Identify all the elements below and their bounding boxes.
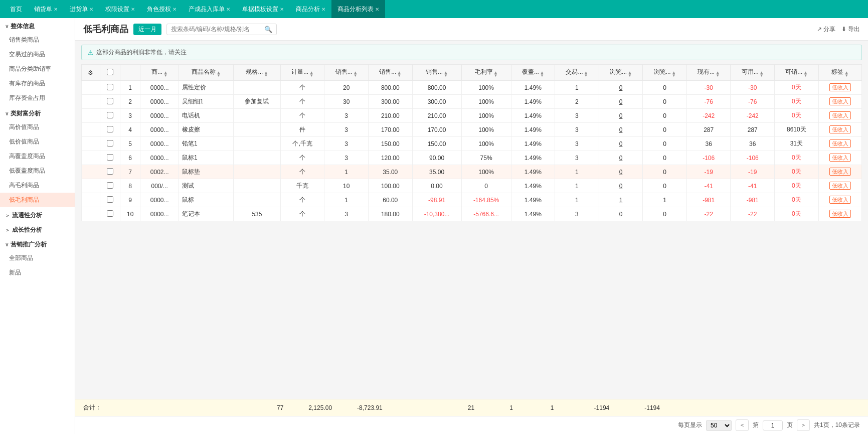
col-current[interactable]: 现有...▲▼ xyxy=(686,65,731,81)
row-browse1[interactable]: 0 xyxy=(599,81,643,95)
table-container[interactable]: ⚙ 商...▲▼ 商品名称▲▼ 规格...▲▼ 计量...▲▼ 销售...▲▼ … xyxy=(75,64,868,399)
row-sales-qty: 30 xyxy=(324,95,369,109)
sidebar-item-high-margin[interactable]: 高毛利商品 xyxy=(0,178,75,193)
next-page-button[interactable]: ＞ xyxy=(797,419,810,431)
close-icon[interactable]: ✕ xyxy=(321,7,325,12)
row-browse1[interactable]: 0 xyxy=(599,179,643,193)
search-icon[interactable]: 🔍 xyxy=(264,26,272,33)
nav-sales-order[interactable]: 销货单 ✕ xyxy=(28,0,64,18)
main-layout: ∨ 整体信息 销售类商品 交易过的商品 商品分类助销率 有库存的商品 库存资金占… xyxy=(0,18,868,434)
nav-home[interactable]: 首页 xyxy=(4,0,28,18)
nav-permissions[interactable]: 权限设置 ✕ xyxy=(99,0,141,18)
nav-purchase-order[interactable]: 进货单 ✕ xyxy=(64,0,99,18)
row-browse1[interactable]: 0 xyxy=(599,137,643,151)
row-checkbox[interactable] xyxy=(100,165,120,179)
prev-page-button[interactable]: ＜ xyxy=(736,419,749,431)
close-icon[interactable]: ✕ xyxy=(226,7,230,12)
col-saleable[interactable]: 可销...▲▼ xyxy=(775,65,819,81)
row-browse1[interactable]: 0 xyxy=(599,123,643,137)
row-browse1[interactable]: 0 xyxy=(599,109,643,123)
col-trade[interactable]: 交易...▲▼ xyxy=(555,65,599,81)
row-coverage: 1.49% xyxy=(511,137,555,151)
row-browse1[interactable]: 0 xyxy=(599,207,643,221)
col-browse1[interactable]: 浏览...▲▼ xyxy=(599,65,643,81)
nav-product-analysis[interactable]: 商品分析 ✕ xyxy=(290,0,331,18)
sidebar-group-marketing[interactable]: ∨ 营销推广分析 xyxy=(0,236,75,251)
sidebar-item-low-value[interactable]: 低价值商品 xyxy=(0,134,75,149)
row-checkbox[interactable] xyxy=(100,179,120,193)
col-coverage[interactable]: 覆盖...▲▼ xyxy=(511,65,555,81)
close-icon[interactable]: ✕ xyxy=(54,7,58,12)
nav-product-entry[interactable]: 产成品入库单 ✕ xyxy=(183,0,236,18)
close-icon[interactable]: ✕ xyxy=(280,7,284,12)
row-checkbox[interactable] xyxy=(100,207,120,221)
row-checkbox[interactable] xyxy=(100,123,120,137)
row-browse1[interactable]: 0 xyxy=(599,95,643,109)
close-icon[interactable]: ✕ xyxy=(131,7,135,12)
nav-product-analysis-list[interactable]: 商品分析列表 ✕ xyxy=(331,0,385,18)
row-checkbox[interactable] xyxy=(100,137,120,151)
sidebar-item-all-goods[interactable]: 全部商品 xyxy=(0,251,75,265)
row-checkbox[interactable] xyxy=(100,81,120,95)
sidebar-item-stock-goods[interactable]: 有库存的商品 xyxy=(0,76,75,91)
page-size-select[interactable]: 50 100 200 xyxy=(706,420,732,431)
row-sales-amount: 0.00 xyxy=(412,179,461,193)
col-checkbox[interactable] xyxy=(100,65,120,81)
col-sales-qty[interactable]: 销售...▲▼ xyxy=(324,65,369,81)
row-spec xyxy=(233,123,280,137)
row-browse2: 0 xyxy=(643,137,687,151)
export-button[interactable]: ⬇ 导出 xyxy=(841,25,860,34)
row-checkbox[interactable] xyxy=(100,151,120,165)
col-gross-margin[interactable]: 毛利率▲▼ xyxy=(461,65,511,81)
row-checkbox[interactable] xyxy=(100,95,120,109)
col-name[interactable]: 商品名称▲▼ xyxy=(179,65,233,81)
sidebar-group-liquidity[interactable]: ＞ 流通性分析 xyxy=(0,207,75,222)
sidebar-item-high-value[interactable]: 高价值商品 xyxy=(0,120,75,134)
col-tag[interactable]: 标签▲▼ xyxy=(818,65,861,81)
sidebar-item-low-coverage[interactable]: 低覆盖度商品 xyxy=(0,164,75,178)
data-table: ⚙ 商...▲▼ 商品名称▲▼ 规格...▲▼ 计量...▲▼ 销售...▲▼ … xyxy=(81,64,862,221)
col-settings[interactable]: ⚙ xyxy=(82,65,100,81)
sidebar-group-growth[interactable]: ＞ 成长性分析 xyxy=(0,222,75,236)
col-sales-amount[interactable]: 销售...▲▼ xyxy=(412,65,461,81)
row-checkbox[interactable] xyxy=(100,193,120,207)
sidebar-item-category-rate[interactable]: 商品分类助销率 xyxy=(0,62,75,76)
row-tag: 低收入 xyxy=(818,179,861,193)
select-all-checkbox[interactable] xyxy=(107,69,113,75)
sidebar-item-low-margin[interactable]: 低毛利商品 xyxy=(0,193,75,207)
sidebar: ∨ 整体信息 销售类商品 交易过的商品 商品分类助销率 有库存的商品 库存资金占… xyxy=(0,18,75,434)
share-button[interactable]: ↗ 分享 xyxy=(817,25,835,34)
close-icon[interactable]: ✕ xyxy=(172,7,177,12)
sidebar-item-sales-goods[interactable]: 销售类商品 xyxy=(0,33,75,47)
sidebar-item-capital[interactable]: 库存资金占用 xyxy=(0,91,75,105)
col-spec[interactable]: 规格...▲▼ xyxy=(233,65,280,81)
row-settings xyxy=(82,137,100,151)
row-current: 287 xyxy=(686,123,731,137)
row-browse1[interactable]: 0 xyxy=(599,165,643,179)
row-checkbox[interactable] xyxy=(100,109,120,123)
col-available[interactable]: 可用...▲▼ xyxy=(731,65,775,81)
row-tag: 低收入 xyxy=(818,165,861,179)
sidebar-group-overall[interactable]: ∨ 整体信息 xyxy=(0,18,75,33)
filter-button[interactable]: 近一月 xyxy=(133,24,161,35)
current-page-input[interactable] xyxy=(763,420,783,430)
close-icon[interactable]: ✕ xyxy=(375,7,379,12)
row-current: -106 xyxy=(686,151,731,165)
row-available: -30 xyxy=(731,81,775,95)
col-unit[interactable]: 计量...▲▼ xyxy=(280,65,324,81)
sidebar-item-high-coverage[interactable]: 高覆盖度商品 xyxy=(0,149,75,164)
table-row: 2 0000... 吴细细1 参加复试 个 30 300.00 300.00 1… xyxy=(82,95,862,109)
sidebar-item-new-goods[interactable]: 新品 xyxy=(0,265,75,280)
row-browse1[interactable]: 1 xyxy=(599,193,643,207)
row-browse1[interactable]: 0 xyxy=(599,151,643,165)
close-icon[interactable]: ✕ xyxy=(89,7,93,12)
col-sales-price[interactable]: 销售...▲▼ xyxy=(368,65,412,81)
search-input[interactable] xyxy=(171,26,264,33)
sidebar-item-traded-goods[interactable]: 交易过的商品 xyxy=(0,47,75,62)
nav-template-settings[interactable]: 单据模板设置 ✕ xyxy=(236,0,290,18)
col-code[interactable]: 商...▲▼ xyxy=(140,65,179,81)
nav-role-auth[interactable]: 角色授权 ✕ xyxy=(141,0,183,18)
col-browse2[interactable]: 浏览...▲▼ xyxy=(643,65,687,81)
sidebar-group-wealth[interactable]: ∨ 类财富分析 xyxy=(0,105,75,120)
row-saleable: 8610天 xyxy=(775,123,819,137)
